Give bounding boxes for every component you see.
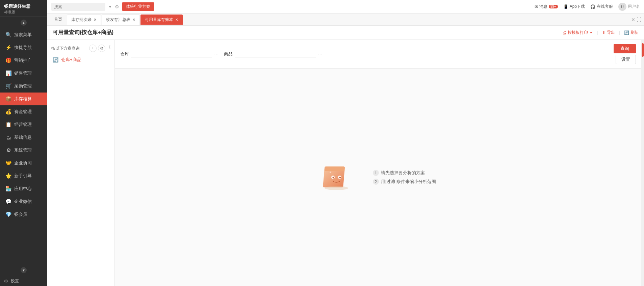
- close-batch-account-icon[interactable]: ✕: [94, 18, 97, 22]
- print-btn[interactable]: 🖨 按模板打印 ▼: [562, 30, 593, 35]
- svg-point-6: [330, 172, 331, 173]
- sidebar-item-member[interactable]: 💎 畅会员: [0, 208, 47, 221]
- warehouse-goods-icon: 🔄: [53, 57, 58, 62]
- sidebar-item-wechat[interactable]: 💬 企业微信: [0, 195, 47, 208]
- app-download-label: App下载: [570, 4, 585, 9]
- sidebar-item-label: 基础信息: [14, 134, 32, 140]
- filter-panel-header: 按以下方案查询 + ⚙ 《: [47, 43, 114, 55]
- goods-label: 商品: [224, 51, 233, 57]
- query-panel: 仓库 ··· 商品 ··· 查询 设置: [115, 40, 641, 286]
- sidebar-item-system[interactable]: ⚙ 系统管理: [0, 144, 47, 157]
- page-header: 可用量查询(按仓库+商品) 🖨 按模板打印 ▼ | ⬆ 导出 | 🔄 刷新: [47, 26, 644, 40]
- right-scrollbar: [641, 40, 644, 286]
- svg-point-4: [332, 177, 334, 179]
- sidebar-nav: 🔍 搜索菜单 ⚡ 快捷导航 🎁 营销推广 📊 销售管理 🛒 采购管理 📦: [0, 28, 47, 264]
- tab-home[interactable]: 首页: [50, 15, 66, 25]
- sidebar-item-label: 企业协同: [14, 160, 32, 166]
- empty-hints: 1 请先选择要分析的方案 2 用[过滤]条件来缩小分析范围: [373, 170, 436, 185]
- customer-service-btn[interactable]: 🎧 在线客服: [590, 4, 613, 9]
- print-chevron-icon[interactable]: ▼: [589, 31, 593, 34]
- add-filter-btn[interactable]: +: [89, 45, 97, 52]
- sidebar-item-appstore[interactable]: 🏪 应用中心: [0, 182, 47, 195]
- headset-icon: 🎧: [590, 4, 595, 9]
- main-area: ▼ ⚙ 体验行业方案 ✉ 消息 99+ 📱 App下载 🎧 在线客服 U: [47, 0, 644, 286]
- home-tab-label: 首页: [54, 17, 62, 22]
- filter-panel-title: 按以下方案查询: [51, 46, 80, 51]
- scroll-down-btn[interactable]: ▼: [21, 267, 27, 273]
- settings-filter-btn[interactable]: ⚙: [98, 45, 105, 52]
- sidebar-item-collab[interactable]: 🤝 企业协同: [0, 157, 47, 170]
- warehouse-dots-icon[interactable]: ···: [214, 51, 218, 57]
- warehouse-label: 仓库: [120, 51, 129, 57]
- query-btn[interactable]: 查询: [614, 44, 636, 53]
- base-icon: 🗂: [5, 135, 11, 140]
- close-window-btn[interactable]: ✕: [631, 17, 635, 22]
- hint-text-1: 请先选择要分析的方案: [381, 170, 425, 176]
- gear-icon[interactable]: ⚙: [115, 4, 119, 9]
- tab-available-ledger[interactable]: 可用量库存账本 ✕: [140, 15, 183, 25]
- goods-dots-icon[interactable]: ···: [318, 51, 322, 57]
- chevron-down-icon[interactable]: ▼: [108, 4, 112, 9]
- collapse-filter-btn[interactable]: 《: [107, 45, 110, 52]
- user-name: 用户名: [628, 4, 640, 9]
- scroll-up-btn[interactable]: ▲: [21, 20, 27, 26]
- brand-name: 畅康通好生意: [4, 3, 43, 9]
- wechat-icon: 💬: [5, 199, 11, 205]
- scrollbar-thumb[interactable]: [642, 43, 644, 57]
- hint-item-2: 2 用[过滤]条件来缩小分析范围: [373, 179, 436, 185]
- operations-icon: 📋: [5, 122, 11, 128]
- hint-text-2: 用[过滤]条件来缩小分析范围: [381, 179, 436, 185]
- empty-content: 1 请先选择要分析的方案 2 用[过滤]条件来缩小分析范围: [320, 160, 436, 194]
- expand-window-btn[interactable]: ⛶: [637, 17, 641, 22]
- page-title: 可用量查询(按仓库+商品): [53, 29, 113, 36]
- close-receive-summary-icon[interactable]: ✕: [132, 18, 135, 22]
- messages-label: 消息: [539, 4, 547, 9]
- purchase-icon: 🛒: [5, 83, 11, 89]
- warehouse-input[interactable]: [131, 51, 212, 57]
- sidebar-item-operations[interactable]: 📋 经营管理: [0, 118, 47, 131]
- sidebar-item-marketing[interactable]: 🎁 营销推广: [0, 54, 47, 67]
- settings-label: 设置: [11, 278, 19, 284]
- sidebar-item-label: 采购管理: [14, 83, 32, 89]
- sidebar-item-finance[interactable]: 💰 资金管理: [0, 105, 47, 118]
- sidebar-item-search[interactable]: 🔍 搜索菜单: [0, 28, 47, 41]
- user-avatar[interactable]: U 用户名: [618, 3, 640, 11]
- hint-item-1: 1 请先选择要分析的方案: [373, 170, 436, 176]
- header-actions: 🖨 按模板打印 ▼ | ⬆ 导出 | 🔄 刷新: [562, 30, 639, 35]
- shortcut-icon: ⚡: [5, 45, 11, 51]
- collab-icon: 🤝: [5, 160, 11, 166]
- settings-btn[interactable]: 设置: [616, 55, 636, 64]
- mobile-icon: 📱: [563, 4, 568, 9]
- messages-btn[interactable]: ✉ 消息 99+: [535, 4, 558, 9]
- sidebar-item-sales[interactable]: 📊 销售管理: [0, 67, 47, 80]
- sidebar-settings[interactable]: ⚙ 设置: [0, 276, 47, 286]
- goods-input[interactable]: [235, 51, 316, 57]
- search-input[interactable]: [51, 3, 105, 11]
- tab-receive-summary[interactable]: 收发存汇总表 ✕: [102, 15, 140, 25]
- industry-btn[interactable]: 体验行业方案: [122, 2, 154, 11]
- sidebar-item-guide[interactable]: 🌟 新手引导: [0, 170, 47, 182]
- appstore-icon: 🏪: [5, 186, 11, 192]
- sidebar-item-shortcut[interactable]: ⚡ 快捷导航: [0, 41, 47, 54]
- filter-item-warehouse-goods[interactable]: 🔄 仓库+商品: [47, 55, 114, 65]
- content-area: 按以下方案查询 + ⚙ 《 🔄 仓库+商品 仓库: [47, 40, 644, 286]
- sidebar-item-base[interactable]: 🗂 基础信息: [0, 131, 47, 144]
- tab-batch-account[interactable]: 库存批次账 ✕: [67, 15, 101, 25]
- sidebar-item-label: 快捷导航: [14, 45, 32, 51]
- svg-rect-1: [324, 166, 345, 171]
- sidebar-item-purchase[interactable]: 🛒 采购管理: [0, 80, 47, 93]
- empty-state: 1 请先选择要分析的方案 2 用[过滤]条件来缩小分析范围: [115, 69, 641, 286]
- sidebar-item-label: 库存核算: [14, 96, 32, 102]
- batch-account-tab-label: 库存批次账: [71, 17, 92, 23]
- query-filters: 仓库 ··· 商品 ··· 查询 设置: [115, 40, 641, 69]
- sidebar-item-label: 企业微信: [14, 199, 32, 205]
- app-download-btn[interactable]: 📱 App下载: [563, 4, 585, 9]
- export-btn[interactable]: ⬆ 导出: [602, 30, 615, 35]
- sidebar-item-inventory[interactable]: 📦 库存核算: [0, 93, 47, 105]
- system-icon: ⚙: [5, 147, 11, 153]
- sidebar-item-label: 畅会员: [14, 211, 27, 217]
- refresh-btn[interactable]: 🔄 刷新: [624, 30, 639, 35]
- sidebar-item-label: 经营管理: [14, 122, 32, 128]
- sidebar-item-label: 营销推广: [14, 57, 32, 63]
- close-available-ledger-icon[interactable]: ✕: [175, 18, 178, 22]
